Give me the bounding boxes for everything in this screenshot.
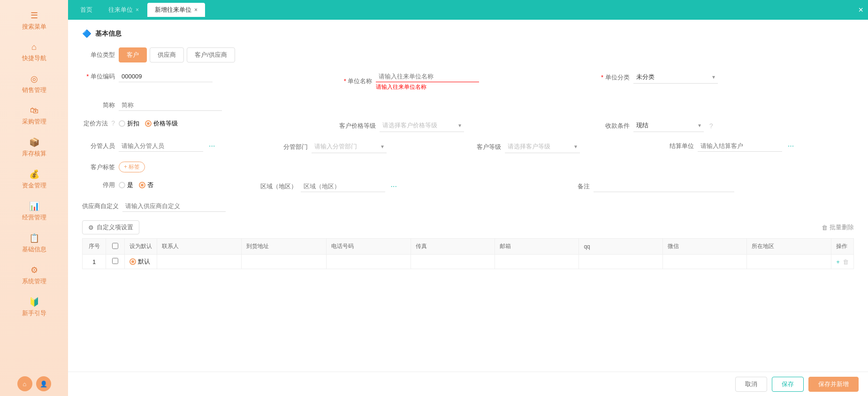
sidebar-item-label: 资金管理	[22, 181, 46, 190]
settlement-unit-input[interactable]	[698, 140, 782, 152]
unit-name-error: 请输入往来单位名称	[376, 83, 479, 91]
default-label: 默认	[138, 257, 150, 266]
short-name-label: 简称	[82, 101, 115, 109]
section-title-text: 基本信息	[95, 30, 122, 38]
sidebar-item-system[interactable]: ⚙ 系统管理	[0, 259, 68, 291]
unit-type-both-btn[interactable]: 客户/供应商	[187, 47, 235, 62]
region-input[interactable]	[301, 181, 385, 192]
row-region[interactable]	[746, 255, 831, 269]
sidebar-item-guide[interactable]: 🔰 新手引导	[0, 291, 68, 323]
tab-partners-close[interactable]: ×	[136, 7, 139, 13]
unit-code-label: * 单位编码	[82, 72, 115, 81]
region-table-input[interactable]	[752, 258, 827, 265]
payment-terms-select[interactable]: 现结 ▾	[633, 119, 704, 132]
wechat-input[interactable]	[668, 258, 742, 265]
sidebar-item-search-menu[interactable]: ☰ 搜索菜单	[0, 5, 68, 37]
delete-row-icon[interactable]: 🗑	[843, 258, 849, 265]
unit-category-label: * 单位分类	[597, 73, 630, 82]
row-default-radio[interactable]: 默认	[129, 257, 152, 266]
remarks-group: 备注	[557, 181, 854, 192]
manager-input[interactable]	[119, 140, 203, 152]
qq-input[interactable]	[584, 258, 657, 265]
pricing-price-level-radio[interactable]: 价格等级	[145, 119, 178, 128]
contact-input[interactable]	[162, 258, 236, 265]
tab-new-partner[interactable]: 新增往来单位 ×	[147, 3, 205, 17]
region-more-btn[interactable]: ···	[389, 182, 399, 191]
customer-level-select[interactable]: 请选择客户等级 ▾	[505, 140, 580, 153]
gear-icon: ⚙	[88, 224, 94, 231]
table-row: 1 默认	[83, 255, 854, 269]
select-all-checkbox[interactable]	[112, 243, 118, 249]
unit-category-select[interactable]: 未分类 ▾	[633, 71, 718, 84]
supplier-custom-group: 供应商自定义	[82, 201, 854, 212]
customer-tag-label: 客户标签	[82, 163, 115, 171]
add-tag-button[interactable]: + 标签	[119, 162, 145, 172]
fax-input[interactable]	[416, 258, 490, 265]
address-input[interactable]	[246, 258, 321, 265]
custom-settings-button[interactable]: ⚙ 自定义项设置	[82, 220, 139, 234]
pricing-help-icon[interactable]: ?	[111, 119, 115, 127]
sidebar-item-purchase[interactable]: 🛍 采购管理	[0, 100, 68, 132]
customer-price-level-select[interactable]: 请选择客户价格等级 ▾	[380, 119, 464, 132]
inventory-icon: 📦	[29, 137, 39, 148]
manager-more-btn[interactable]: ···	[207, 142, 217, 150]
row-address[interactable]	[241, 255, 326, 269]
row-fax[interactable]	[411, 255, 495, 269]
pricing-radio-group: 折扣 价格等级	[119, 119, 178, 128]
remarks-input[interactable]	[594, 181, 734, 192]
unit-type-supplier-btn[interactable]: 供应商	[150, 47, 184, 62]
unit-category-value: 未分类	[636, 73, 655, 81]
sidebar-user-icon[interactable]: 👤	[36, 376, 51, 391]
sidebar-item-basic-info[interactable]: 📋 基础信息	[0, 227, 68, 259]
sidebar-item-inventory[interactable]: 📦 库存核算	[0, 132, 68, 163]
save-button[interactable]: 保存	[772, 377, 804, 392]
customer-level-chevron: ▾	[574, 143, 577, 150]
customer-tag-row: 客户标签 + 标签	[82, 162, 854, 172]
unit-code-name-row: * 单位编码 * 单位名称 请输入往来单位名称 * 单位分类 未分类 ▾	[82, 71, 854, 91]
row-action-icons: + 🗑	[836, 258, 849, 265]
row-phone[interactable]	[326, 255, 411, 269]
sidebar-item-label: 库存核算	[22, 149, 46, 158]
pricing-discount-radio[interactable]: 折扣	[119, 119, 139, 128]
supplier-custom-input[interactable]	[122, 201, 226, 212]
unit-type-customer-btn[interactable]: 客户	[119, 47, 147, 62]
sidebar-home-icon[interactable]: ⌂	[17, 376, 32, 391]
disabled-no-radio[interactable]: 否	[139, 181, 153, 189]
tab-new-partner-close[interactable]: ×	[194, 7, 198, 13]
col-action: 操作	[831, 239, 854, 255]
sidebar-item-operations[interactable]: 📊 经营管理	[0, 195, 68, 227]
add-row-icon[interactable]: +	[836, 258, 840, 265]
cancel-button[interactable]: 取消	[735, 377, 767, 392]
row-contact[interactable]	[157, 255, 242, 269]
row-qq[interactable]	[579, 255, 662, 269]
basic-info-icon: 📋	[29, 233, 39, 243]
sidebar-item-quick-nav[interactable]: ⌂ 快捷导航	[0, 37, 68, 68]
batch-delete-button[interactable]: 🗑 批量删除	[822, 223, 854, 232]
unit-code-input[interactable]	[119, 71, 213, 82]
department-group: 分管部门 请输入分管部门 ▾	[275, 140, 468, 153]
payment-help-icon[interactable]: ?	[709, 122, 713, 130]
tab-partners[interactable]: 往来单位 ×	[101, 3, 146, 17]
row-wechat[interactable]	[662, 255, 746, 269]
disabled-no-circle	[139, 182, 145, 188]
phone-input[interactable]	[331, 258, 406, 265]
row-email[interactable]	[495, 255, 579, 269]
sidebar-item-label: 系统管理	[22, 277, 46, 286]
row-select-checkbox[interactable]	[112, 258, 118, 264]
settlement-more-btn[interactable]: ···	[786, 142, 796, 150]
sidebar-item-sales[interactable]: ◎ 销售管理	[0, 68, 68, 100]
sidebar-item-label: 快捷导航	[22, 54, 46, 62]
disabled-yes-radio[interactable]: 是	[119, 181, 133, 189]
row-seq: 1	[83, 255, 106, 269]
department-select[interactable]: 请输入分管部门 ▾	[312, 140, 387, 153]
sidebar-item-finance[interactable]: 💰 资金管理	[0, 163, 68, 195]
settlement-unit-group: 结算单位 ···	[661, 140, 854, 152]
tabbar-close-button[interactable]: ×	[858, 5, 863, 15]
payment-terms-chevron: ▾	[698, 122, 701, 129]
unit-name-input[interactable]	[376, 71, 479, 82]
settlement-unit-label: 结算单位	[661, 142, 694, 150]
tab-home[interactable]: 首页	[73, 3, 100, 17]
save-add-button[interactable]: 保存并新增	[808, 377, 859, 392]
email-input[interactable]	[500, 258, 574, 265]
short-name-input[interactable]	[119, 100, 222, 111]
